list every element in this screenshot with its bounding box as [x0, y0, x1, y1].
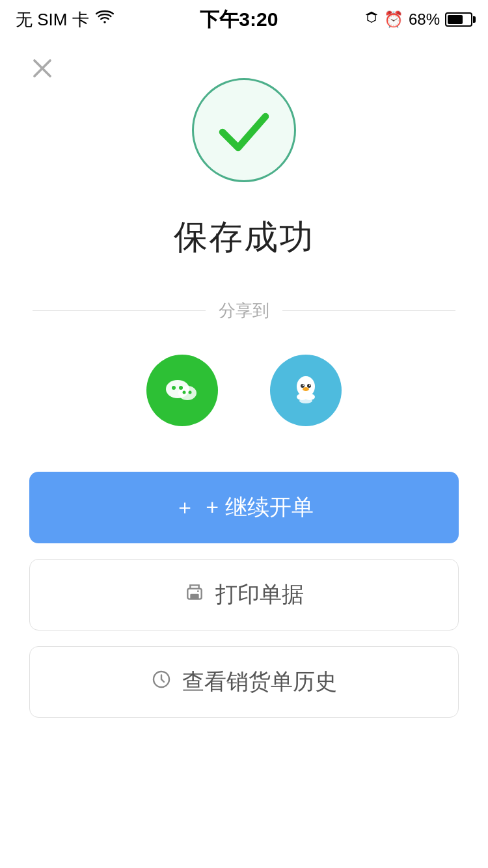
- checkmark-icon: [215, 101, 273, 159]
- print-label: 打印单据: [215, 580, 304, 610]
- share-label: 分享到: [219, 299, 269, 322]
- print-icon: [184, 582, 205, 608]
- svg-point-9: [297, 376, 315, 397]
- battery-pct: 68%: [409, 10, 440, 29]
- status-time: 下午3:20: [200, 7, 278, 33]
- success-title: 保存成功: [174, 215, 314, 260]
- svg-point-5: [172, 386, 176, 390]
- wechat-share-button[interactable]: [146, 355, 218, 426]
- success-circle: [192, 78, 296, 182]
- svg-point-14: [303, 385, 304, 386]
- divider-right: [282, 310, 455, 311]
- alarm-icon: ⏰: [384, 10, 403, 29]
- no-sim-text: 无 SIM 卡: [16, 8, 89, 31]
- svg-point-15: [309, 385, 310, 386]
- continue-button[interactable]: ＋ + 继续开单: [29, 472, 459, 543]
- battery-icon: [445, 12, 472, 27]
- svg-point-8: [189, 391, 192, 394]
- wifi-icon: [96, 8, 114, 31]
- status-bar: 无 SIM 卡 下午3:20 ⏰ 68%: [0, 0, 488, 39]
- svg-rect-19: [190, 594, 198, 599]
- share-icons: [146, 355, 342, 426]
- svg-point-12: [301, 384, 305, 388]
- location-icon: [364, 10, 379, 29]
- qq-share-button[interactable]: [270, 355, 342, 426]
- share-section: 分享到: [0, 299, 488, 472]
- history-label: 查看销货单历史: [182, 667, 337, 697]
- svg-point-17: [299, 398, 312, 403]
- history-button[interactable]: 查看销货单历史: [29, 646, 459, 718]
- divider-left: [33, 310, 206, 311]
- close-button[interactable]: [26, 52, 59, 85]
- share-divider-row: 分享到: [0, 299, 488, 322]
- status-left: 无 SIM 卡: [16, 8, 114, 31]
- svg-point-0: [103, 21, 106, 23]
- action-buttons: ＋ + 继续开单 打印单据 查看销货单历史: [29, 472, 459, 718]
- status-right: ⏰ 68%: [364, 10, 472, 29]
- print-button[interactable]: 打印单据: [29, 559, 459, 631]
- svg-point-16: [303, 387, 309, 391]
- svg-point-7: [183, 391, 186, 394]
- main-content: 保存成功 分享到: [0, 39, 488, 718]
- svg-point-13: [307, 384, 311, 388]
- plus-icon: ＋: [174, 493, 195, 522]
- continue-label: + 继续开单: [206, 493, 313, 522]
- svg-point-20: [197, 590, 199, 592]
- svg-point-6: [179, 386, 183, 390]
- clock-icon: [151, 669, 172, 695]
